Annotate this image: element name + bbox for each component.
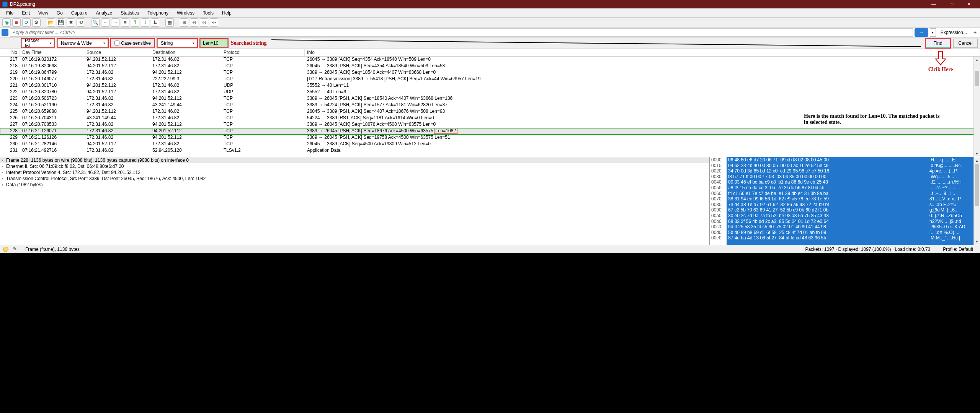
- menu-file[interactable]: File: [2, 9, 17, 17]
- main-toolbar: ◉ ■ ⟳ ⚙ 📂 💾 ✖ ⟲ 🔍 ← → ≡ ⤒ ⤓ ⇊ ▦ ⊕ ⊖ ⊜ ⇔: [0, 18, 980, 28]
- expand-icon[interactable]: ›: [2, 170, 6, 175]
- packet-row[interactable]: 22807:16:21.126071172.31.46.8294.201.52.…: [0, 128, 980, 135]
- scroll-up-arrow[interactable]: ▲: [974, 157, 980, 164]
- packet-row[interactable]: 23107:16:21.492716172.31.46.8252.94.205.…: [0, 148, 980, 154]
- expand-icon[interactable]: ›: [2, 182, 6, 187]
- expand-icon[interactable]: ›: [2, 164, 6, 169]
- col-header-protocol[interactable]: Protocol: [221, 49, 305, 56]
- packet-row[interactable]: 22907:16:21.126126172.31.46.8294.201.52.…: [0, 135, 980, 141]
- filter-history-dropdown[interactable]: ▾: [930, 28, 936, 37]
- apply-filter-button[interactable]: →: [915, 28, 928, 37]
- colorize-icon[interactable]: ▦: [165, 18, 174, 27]
- goto-packet-icon[interactable]: ≡: [121, 18, 129, 27]
- zoom-reset-icon[interactable]: ⊜: [200, 18, 208, 27]
- stop-capture-icon[interactable]: ■: [12, 18, 21, 27]
- scroll-down-arrow[interactable]: ▼: [974, 150, 980, 157]
- go-forward-icon[interactable]: →: [111, 18, 119, 27]
- scroll-thumb[interactable]: [975, 164, 979, 206]
- menu-analyze[interactable]: Analyze: [92, 9, 116, 17]
- detail-line: Ethernet II, Src: 06:71:09:cb:f8:02, Dst…: [6, 164, 124, 169]
- packet-row[interactable]: 22407:16:20.521190172.31.46.8243.241.149…: [0, 102, 980, 109]
- expression-button[interactable]: Expression...: [938, 30, 970, 35]
- search-value-input[interactable]: Len=10: [200, 39, 228, 47]
- find-packet-icon[interactable]: 🔍: [91, 18, 100, 27]
- reload-icon[interactable]: ⟲: [77, 18, 85, 27]
- annotation-searched-string: Searched string: [231, 40, 266, 46]
- expand-icon[interactable]: ›: [2, 158, 6, 163]
- packet-row[interactable]: 22307:16:20.506723172.31.46.8294.201.52.…: [0, 96, 980, 102]
- col-header-source[interactable]: Source: [84, 49, 150, 56]
- close-button[interactable]: ✕: [960, 0, 978, 8]
- minimize-button[interactable]: —: [925, 0, 942, 8]
- maximize-button[interactable]: ▭: [942, 0, 960, 8]
- packet-bytes-pane[interactable]: 0000001000200030004000500060007000800090…: [710, 157, 980, 245]
- annotation-line: [271, 39, 921, 47]
- edit-capture-comment-icon[interactable]: ✎: [13, 246, 21, 252]
- menu-view[interactable]: View: [34, 9, 52, 17]
- case-sensitive-checkbox[interactable]: Case sensitive: [111, 39, 154, 47]
- zoom-out-icon[interactable]: ⊖: [190, 18, 198, 27]
- bottom-panes: ›Frame 228: 1136 bytes on wire (9088 bit…: [0, 157, 980, 245]
- status-profile[interactable]: Profile: Default: [939, 245, 977, 254]
- find-packet-bar: Packet list Narrow & Wide Case sensitive…: [0, 37, 980, 49]
- expand-icon[interactable]: ›: [2, 176, 6, 181]
- display-filter-input[interactable]: [10, 28, 913, 37]
- packet-row[interactable]: 22507:16:20.65988894.201.52.112172.31.46…: [0, 109, 980, 115]
- status-packets: Packets: 1097 · Displayed: 1097 (100.0%)…: [801, 245, 934, 254]
- expert-info-icon[interactable]: [3, 247, 8, 252]
- resize-columns-icon[interactable]: ⇔: [210, 18, 218, 27]
- autoscroll-icon[interactable]: ⇊: [151, 18, 159, 27]
- col-header-destination[interactable]: Destination: [150, 49, 221, 56]
- hex-scrollbar[interactable]: ▲ ▼: [973, 157, 980, 245]
- detail-line: Transmission Control Protocol, Src Port:…: [6, 176, 206, 181]
- col-header-time[interactable]: Day Time: [20, 49, 84, 56]
- packet-row[interactable]: 23007:16:21.28214694.201.52.112172.31.46…: [0, 141, 980, 148]
- display-filter-bar: → ▾ Expression... +: [0, 28, 980, 37]
- search-charset-dropdown[interactable]: Narrow & Wide: [57, 39, 108, 47]
- packet-row[interactable]: 22607:16:20.70431143.241.149.44172.31.46…: [0, 115, 980, 122]
- menu-telephony[interactable]: Telephony: [144, 9, 172, 17]
- packet-list-header: No Day Time Source Destination Protocol …: [0, 49, 980, 57]
- scroll-down-arrow[interactable]: ▼: [974, 238, 980, 245]
- col-header-info[interactable]: Info: [305, 49, 980, 56]
- packet-row[interactable]: 22107:16:20.30171094.201.52.112172.31.46…: [0, 83, 980, 89]
- status-frame: Frame (frame), 1136 bytes: [25, 247, 80, 252]
- packet-row[interactable]: 21907:16:19.864799172.31.46.8294.201.52.…: [0, 70, 980, 76]
- packet-row[interactable]: 21707:16:19.82017294.201.52.112172.31.46…: [0, 57, 980, 63]
- save-file-icon[interactable]: 💾: [57, 18, 65, 27]
- menu-edit[interactable]: Edit: [18, 9, 34, 17]
- menu-help[interactable]: Help: [218, 9, 235, 17]
- menu-capture[interactable]: Capture: [67, 9, 91, 17]
- menu-statistics[interactable]: Statistics: [117, 9, 143, 17]
- close-file-icon[interactable]: ✖: [67, 18, 75, 27]
- capture-options-icon[interactable]: ⚙: [32, 18, 41, 27]
- menu-bar: File Edit View Go Capture Analyze Statis…: [0, 8, 980, 18]
- start-capture-icon[interactable]: ◉: [2, 18, 11, 27]
- menu-tools[interactable]: Tools: [199, 9, 217, 17]
- scroll-up-arrow[interactable]: ▲: [974, 57, 980, 63]
- search-type-dropdown[interactable]: String: [157, 39, 197, 47]
- restart-capture-icon[interactable]: ⟳: [22, 18, 31, 27]
- packet-details-pane[interactable]: ›Frame 228: 1136 bytes on wire (9088 bit…: [0, 157, 710, 245]
- menu-go[interactable]: Go: [53, 9, 67, 17]
- packet-list-scrollbar[interactable]: ▲ ▼: [973, 57, 980, 157]
- col-header-no[interactable]: No: [0, 49, 20, 56]
- find-button[interactable]: Find: [926, 39, 950, 48]
- menu-wireless[interactable]: Wireless: [173, 9, 198, 17]
- zoom-in-icon[interactable]: ⊕: [180, 18, 188, 27]
- packet-row[interactable]: 22207:16:20.32078094.201.52.112172.31.46…: [0, 89, 980, 96]
- go-first-icon[interactable]: ⤒: [131, 18, 139, 27]
- add-filter-button[interactable]: +: [972, 29, 978, 36]
- cancel-find-button[interactable]: Cancel: [953, 39, 978, 48]
- packet-row[interactable]: 21807:16:19.82066894.201.52.112172.31.46…: [0, 63, 980, 70]
- window-title: DP2.pcapng: [10, 2, 35, 7]
- open-file-icon[interactable]: 📂: [47, 18, 55, 27]
- filter-bookmark-icon[interactable]: [2, 29, 8, 36]
- go-last-icon[interactable]: ⤓: [141, 18, 149, 27]
- packet-row[interactable]: 22007:16:20.146077172.31.46.82222.222.99…: [0, 76, 980, 83]
- search-area-dropdown[interactable]: Packet list: [21, 39, 54, 47]
- scroll-thumb[interactable]: [975, 71, 979, 86]
- go-back-icon[interactable]: ←: [101, 18, 109, 27]
- detail-line: Data (1082 bytes): [6, 182, 42, 187]
- packet-row[interactable]: 22707:16:20.708533172.31.46.8294.201.52.…: [0, 122, 980, 128]
